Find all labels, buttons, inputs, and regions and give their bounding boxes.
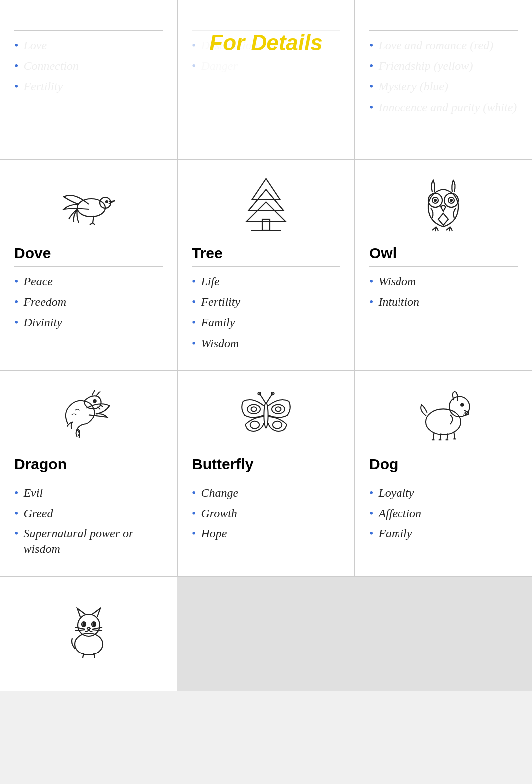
list-item: Fertility bbox=[14, 79, 163, 94]
cell-raven-list: Destruction Danger bbox=[192, 38, 340, 74]
cat-icon bbox=[14, 589, 163, 669]
butterfly-icon bbox=[192, 383, 340, 448]
svg-point-0 bbox=[77, 199, 105, 217]
dove-icon bbox=[14, 172, 163, 237]
list-item: Family bbox=[369, 526, 518, 541]
list-item: Friendship (yellow) bbox=[369, 58, 518, 74]
cell-dog-title: Dog bbox=[369, 456, 518, 478]
list-item: Wisdom bbox=[192, 336, 340, 351]
svg-point-10 bbox=[434, 199, 436, 201]
cell-rose-list: Love and romance (red) Friendship (yello… bbox=[369, 38, 518, 115]
cell-raven: CLICK HERE For Details Raven Destruction… bbox=[177, 0, 355, 159]
svg-point-33 bbox=[93, 622, 95, 626]
svg-rect-3 bbox=[262, 219, 270, 230]
cell-dove: Dove Peace Freedom Divinity bbox=[0, 159, 177, 371]
dog-icon bbox=[369, 383, 518, 448]
list-item: Connection bbox=[14, 58, 163, 74]
svg-point-13 bbox=[450, 199, 452, 201]
cell-owl-list: Wisdom Intuition bbox=[369, 274, 518, 310]
cell-tree-list: Life Fertility Family Wisdom bbox=[192, 274, 340, 351]
list-item: Loyalty bbox=[369, 485, 518, 501]
cell-dog-list: Loyalty Affection Family bbox=[369, 485, 518, 542]
svg-point-20 bbox=[272, 405, 285, 414]
cell-dragon: Dragon Evil Greed Supernatural power or … bbox=[0, 371, 177, 577]
cell-rose: Rose Love and romance (red) Friendship (… bbox=[355, 0, 532, 159]
cell-cat bbox=[0, 577, 177, 691]
list-item: Love and romance (red) bbox=[369, 38, 518, 53]
cell-raven-title: Raven bbox=[192, 8, 340, 31]
cell-butterfly-title: Butterfly bbox=[192, 456, 340, 478]
list-item: Fertility bbox=[192, 294, 340, 310]
list-item: Freedom bbox=[14, 294, 163, 310]
svg-point-19 bbox=[251, 407, 257, 411]
list-item: Divinity bbox=[14, 315, 163, 330]
svg-point-14 bbox=[93, 400, 96, 403]
cell-heart: Heart Love Connection Fertility bbox=[0, 0, 177, 159]
owl-icon bbox=[369, 172, 518, 237]
cell-tree-title: Tree bbox=[192, 245, 340, 267]
svg-point-23 bbox=[273, 421, 282, 429]
list-item: Evil bbox=[14, 485, 163, 501]
list-item: Change bbox=[192, 485, 340, 501]
svg-point-24 bbox=[426, 409, 461, 435]
cell-owl-title: Owl bbox=[369, 245, 518, 267]
tree-icon bbox=[192, 172, 340, 237]
list-item: Greed bbox=[14, 506, 163, 521]
cell-tree: Tree Life Fertility Family Wisdom bbox=[177, 159, 355, 371]
cell-dragon-title: Dragon bbox=[14, 456, 163, 478]
list-item: Hope bbox=[192, 526, 340, 541]
cell-owl: Owl Wisdom Intuition bbox=[355, 159, 532, 371]
list-item: Innocence and purity (white) bbox=[369, 100, 518, 115]
cell-dog: Dog Loyalty Affection Family bbox=[355, 371, 532, 577]
svg-point-22 bbox=[250, 421, 259, 429]
cell-butterfly-list: Change Growth Hope bbox=[192, 485, 340, 542]
svg-point-15 bbox=[264, 402, 268, 428]
svg-point-25 bbox=[449, 397, 470, 417]
list-item: Affection bbox=[369, 506, 518, 521]
cell-rose-title: Rose bbox=[369, 8, 518, 31]
list-item: Mystery (blue) bbox=[369, 79, 518, 94]
list-item: Love bbox=[14, 38, 163, 53]
svg-point-21 bbox=[275, 407, 281, 411]
cell-dove-list: Peace Freedom Divinity bbox=[14, 274, 163, 331]
cell-dove-title: Dove bbox=[14, 245, 163, 267]
svg-point-18 bbox=[247, 405, 260, 414]
cell-heart-title: Heart bbox=[14, 8, 163, 31]
list-item: Peace bbox=[14, 274, 163, 289]
list-item: Family bbox=[192, 315, 340, 330]
cell-dragon-list: Evil Greed Supernatural power or wisdom bbox=[14, 485, 163, 557]
list-item: Growth bbox=[192, 506, 340, 521]
svg-point-27 bbox=[461, 404, 464, 407]
cell-heart-list: Love Connection Fertility bbox=[14, 38, 163, 95]
svg-point-32 bbox=[83, 622, 85, 626]
list-item: Intuition bbox=[369, 294, 518, 310]
list-item: Supernatural power or wisdom bbox=[14, 526, 163, 557]
cell-butterfly: Butterfly Change Growth Hope bbox=[177, 371, 355, 577]
main-grid: Heart Love Connection Fertility CLICK HE… bbox=[0, 0, 532, 691]
list-item: Destruction bbox=[192, 38, 340, 53]
dragon-icon bbox=[14, 383, 163, 448]
list-item: Wisdom bbox=[369, 274, 518, 289]
list-item: Danger bbox=[192, 58, 340, 74]
list-item: Life bbox=[192, 274, 340, 289]
svg-point-2 bbox=[106, 201, 108, 203]
